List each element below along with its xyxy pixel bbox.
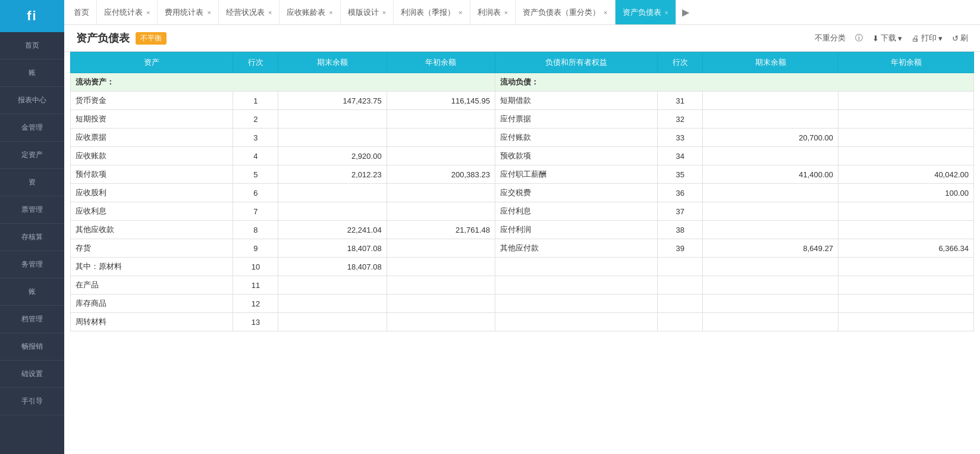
liab-label: 应付利息 [495,202,657,221]
tab-close-经营状况表[interactable]: × [268,9,272,16]
tab-close-模版设计[interactable]: × [382,9,386,16]
liab-label [495,258,657,276]
period-end-value: 147,423.75 [278,92,387,110]
sidebar-item-file-mgmt[interactable]: 档管理 [0,306,64,333]
tab-close-利润表[interactable]: × [504,9,508,16]
table-row: 货币资金 1 147,423.75 116,145.95 短期借款 31 [71,92,974,110]
liab-label: 其他应付款 [495,239,657,258]
tab-scroll-right[interactable]: ▶ [676,7,695,18]
tab-应付统计表[interactable]: 应付统计表× [97,0,158,25]
year-start-value [387,147,495,165]
period-end-value: 2,920.00 [278,147,387,165]
right-period-end [703,184,838,202]
tab-close-应收账龄表[interactable]: × [329,9,332,16]
print-button[interactable]: 🖨 打印 ▾ [912,33,943,43]
liab-label: 预收款项 [495,147,657,165]
right-row-num: 32 [658,110,703,129]
year-start-value: 116,145.95 [387,92,495,110]
table-row: 在产品 11 [71,276,974,295]
sidebar-item-account[interactable]: 账 [0,60,64,87]
row-num: 8 [233,221,278,239]
table-row: 周转材料 13 [71,313,974,331]
tab-close-资产负债表[interactable]: × [665,9,668,16]
row-num: 3 [233,129,278,147]
right-row-num: 37 [658,202,703,221]
tab-费用统计表[interactable]: 费用统计表× [158,0,218,25]
period-end-value: 18,407.08 [278,239,387,258]
right-year-start [838,92,974,110]
sidebar-item-ledger[interactable]: 账 [0,278,64,306]
right-period-end: 41,400.00 [703,165,838,184]
year-start-value [387,295,495,313]
tab-资产负债表（重分类）[interactable]: 资产负债表（重分类）× [516,0,615,25]
sidebar-item-basic-settings[interactable]: 础设置 [0,361,64,388]
asset-label: 预付款项 [71,165,233,184]
year-start-value [387,110,495,129]
year-start-value [387,202,495,221]
sidebar-item-tax-mgmt[interactable]: 务管理 [0,251,64,278]
col-year-start: 年初余额 [387,52,495,73]
sidebar-item-home[interactable]: 首页 [0,32,64,60]
sidebar-item-guide[interactable]: 手引导 [0,388,64,415]
year-start-value [387,129,495,147]
page-header: 资产负债表 不平衡 不重分类 ⓘ ⬇ 下载 ▾ 🖨 打印 ▾ ↺ 刷 [64,25,980,52]
right-row-num [658,295,703,313]
tab-close-利润表（季报）[interactable]: × [458,9,462,16]
download-button[interactable]: ⬇ 下载 ▾ [872,33,902,43]
tab-利润表[interactable]: 利润表× [470,0,516,25]
sidebar-item-inventory[interactable]: 存核算 [0,224,64,251]
col-period-end: 期末余额 [278,52,387,73]
sidebar-item-report-center[interactable]: 报表中心 [0,87,64,114]
year-start-value: 200,383.23 [387,165,495,184]
sidebar-item-fixed-assets[interactable]: 定资产 [0,142,64,169]
tab-资产负债表[interactable]: 资产负债表× [615,0,676,25]
year-start-value [387,258,495,276]
sidebar-item-fund-mgmt[interactable]: 金管理 [0,114,64,142]
classify-button[interactable]: 不重分类 [815,33,846,43]
sidebar-item-capital[interactable]: 资 [0,169,64,196]
liab-label: 应付账款 [495,129,657,147]
right-period-end [703,276,838,295]
page-title: 资产负债表 [76,31,130,45]
tab-模版设计[interactable]: 模版设计× [341,0,394,25]
right-row-num: 36 [658,184,703,202]
tab-利润表（季报）[interactable]: 利润表（季报）× [394,0,470,25]
liab-label: 应交税费 [495,184,657,202]
tab-close-应付统计表[interactable]: × [146,9,150,16]
table-row: 应收票据 3 应付账款 33 20,700.00 [71,129,974,147]
section-left-label: 流动资产： [71,73,495,92]
table-row: 应收股利 6 应交税费 36 100.00 [71,184,974,202]
period-end-value [278,276,387,295]
right-year-start [838,129,974,147]
period-end-value: 22,241.04 [278,221,387,239]
row-num: 7 [233,202,278,221]
asset-label: 货币资金 [71,92,233,110]
tab-经营状况表[interactable]: 经营状况表× [219,0,279,25]
period-end-value [278,313,387,331]
right-row-num [658,276,703,295]
unbalanced-badge: 不平衡 [136,32,167,45]
year-start-value [387,184,495,202]
tab-close-资产负债表（重分类）[interactable]: × [604,9,607,16]
tab-应收账龄表[interactable]: 应收账龄表× [279,0,340,25]
refresh-button[interactable]: ↺ 刷 [952,33,968,43]
tab-close-费用统计表[interactable]: × [207,9,211,16]
right-year-start [838,202,974,221]
period-end-value: 2,012.23 [278,165,387,184]
sidebar-item-expense[interactable]: 畅报销 [0,333,64,361]
section-right-label: 流动负债： [495,73,973,92]
header-actions: 不重分类 ⓘ ⬇ 下载 ▾ 🖨 打印 ▾ ↺ 刷 [815,33,968,43]
asset-label: 应收票据 [71,129,233,147]
col-asset: 资产 [71,52,233,73]
sidebar-item-bill-mgmt[interactable]: 票管理 [0,196,64,224]
col-rownum2: 行次 [658,52,703,73]
tab-首页[interactable]: 首页 [67,0,97,25]
right-row-num: 33 [658,129,703,147]
table-row: 流动资产： 流动负债： [71,73,974,92]
liab-label [495,295,657,313]
right-period-end [703,221,838,239]
year-start-value: 21,761.48 [387,221,495,239]
sidebar-logo: fi [0,0,64,32]
col-rownum: 行次 [233,52,278,73]
help-icon[interactable]: ⓘ [855,33,863,43]
